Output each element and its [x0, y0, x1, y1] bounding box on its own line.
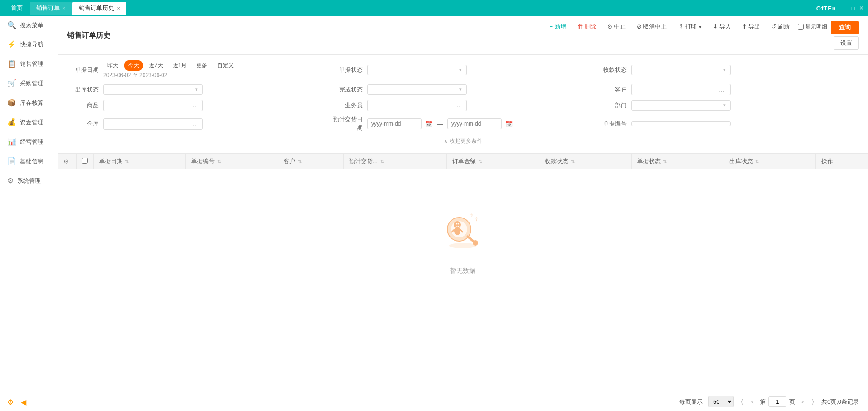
- filter-date-section: 单据日期 昨天 今天 近7天 近1月 更多 自定义 2023-06-02 至 2…: [67, 60, 331, 79]
- sidebar-item-capital-mgmt[interactable]: 💰 资金管理: [0, 112, 58, 132]
- sidebar-item-system-mgmt[interactable]: ⚙ 系统管理: [0, 171, 58, 190]
- settings-button[interactable]: 设置: [834, 36, 859, 50]
- date-pill-yesterday[interactable]: 昨天: [103, 60, 122, 71]
- svg-point-0: [449, 243, 476, 248]
- th-gear[interactable]: ⚙: [58, 154, 76, 169]
- department-select[interactable]: ▾: [631, 100, 731, 111]
- delivery-date-from[interactable]: [367, 118, 422, 129]
- th-bill-status-label: 单据状态: [637, 158, 661, 164]
- th-check[interactable]: [76, 154, 93, 169]
- bill-number-input[interactable]: [631, 121, 731, 126]
- th-payment-status[interactable]: 收款状态 ⇅: [539, 154, 632, 169]
- delivery-status-select[interactable]: ▾: [103, 84, 203, 95]
- table-header-row: ⚙ 单据日期 ⇅ 单据编号 ⇅ 客户 ⇅: [58, 154, 868, 169]
- page-last-btn[interactable]: ⟩: [810, 397, 816, 406]
- date-pill-last1m[interactable]: 近1月: [169, 60, 191, 71]
- display-detail-check[interactable]: 显示明细: [798, 23, 827, 31]
- warehouse-ellipsis[interactable]: ...: [188, 121, 199, 127]
- sidebar-item-quick-nav[interactable]: ⚡ 快捷导航: [0, 34, 58, 54]
- filter-row-4: 仓库 ... 预计交货日期 📅 — 📅: [67, 116, 859, 132]
- th-date[interactable]: 单据日期 ⇅: [93, 154, 186, 169]
- payment-status-select[interactable]: ▾: [631, 65, 731, 75]
- page-first-btn[interactable]: ⟨: [739, 397, 745, 406]
- page-input[interactable]: [768, 396, 786, 407]
- salesperson-input[interactable]: ...: [367, 100, 467, 111]
- page-next-btn[interactable]: ＞: [798, 397, 807, 407]
- per-page-label: 每页显示: [679, 398, 703, 406]
- new-button[interactable]: + 新增: [547, 21, 569, 33]
- filter-customer-section: 客户 ...: [595, 84, 859, 95]
- th-customer-label: 客户: [283, 158, 295, 164]
- sort-delivery-date-icon: ⇅: [380, 159, 384, 164]
- sidebar-item-inventory[interactable]: 📦 库存核算: [0, 93, 58, 112]
- sidebar-search[interactable]: 🔍 搜索菜单: [0, 16, 58, 34]
- sidebar-bottom: ⚙ ◀: [0, 393, 58, 411]
- window-minimize[interactable]: —: [841, 5, 847, 12]
- filter-row-1: 单据日期 昨天 今天 近7天 近1月 更多 自定义 2023-06-02 至 2…: [67, 60, 859, 79]
- sidebar-collapse-icon[interactable]: ◀: [21, 398, 26, 406]
- import-button[interactable]: ⬇ 导入: [710, 21, 734, 33]
- calendar-to-icon[interactable]: 📅: [505, 121, 513, 127]
- sidebar-item-base-info-label: 基础信息: [20, 157, 43, 165]
- window-close[interactable]: ×: [859, 4, 863, 12]
- sidebar-item-sales-mgmt[interactable]: 📋 销售管理: [0, 54, 58, 73]
- date-label: 单据日期: [67, 66, 103, 74]
- complete-status-select[interactable]: ▾: [367, 84, 467, 95]
- payment-status-label: 收款状态: [595, 66, 631, 74]
- tab-sales-order-close[interactable]: ×: [62, 5, 65, 11]
- sidebar-item-purchase-mgmt-label: 采购管理: [20, 79, 43, 87]
- refresh-button[interactable]: ↺ 刷新: [768, 21, 792, 33]
- window-maximize[interactable]: □: [851, 5, 855, 12]
- sidebar-settings-icon[interactable]: ⚙: [7, 398, 14, 406]
- goods-ellipsis[interactable]: ...: [188, 102, 199, 109]
- per-page-select[interactable]: 50 10 20 100: [708, 396, 734, 407]
- delivery-date-to[interactable]: [447, 118, 502, 129]
- delete-button[interactable]: 🗑 删除: [575, 21, 599, 33]
- filter-delivery-date-section: 预计交货日期 📅 — 📅: [331, 116, 595, 132]
- page-label: 第: [760, 398, 766, 406]
- collapse-bar[interactable]: ∧ 收起更多条件: [67, 135, 859, 148]
- salesperson-ellipsis[interactable]: ...: [452, 102, 463, 109]
- brand-label: OfTEn: [816, 5, 836, 12]
- svg-point-6: [456, 223, 457, 225]
- select-all-checkbox[interactable]: [82, 158, 88, 164]
- cancel-stop-button[interactable]: ⊘ 取消中止: [634, 21, 670, 33]
- page-prev-btn[interactable]: ＜: [748, 397, 757, 407]
- export-button[interactable]: ⬆ 导出: [739, 21, 763, 33]
- th-delivery-status[interactable]: 出库状态 ⇅: [724, 154, 816, 169]
- th-operation-label: 操作: [821, 158, 833, 164]
- department-arrow: ▾: [723, 102, 726, 108]
- sidebar-item-base-info[interactable]: 📄 基础信息: [0, 151, 58, 171]
- bill-status-select[interactable]: ▾: [367, 65, 467, 75]
- th-delivery-date[interactable]: 预计交货... ⇅: [344, 154, 447, 169]
- payment-status-arrow: ▾: [723, 67, 726, 73]
- stop-button[interactable]: ⊘ 中止: [604, 21, 628, 33]
- tab-sales-order[interactable]: 销售订单 ×: [30, 2, 72, 15]
- th-number[interactable]: 单据编号 ⇅: [186, 154, 278, 169]
- date-pill-custom[interactable]: 自定义: [213, 60, 238, 71]
- th-amount[interactable]: 订单金额 ⇅: [447, 154, 539, 169]
- tab-bar: 首页 销售订单 × 销售订单历史 ×: [5, 2, 816, 15]
- sidebar-item-inventory-label: 库存核算: [20, 99, 43, 107]
- filter-delivery-status-section: 出库状态 ▾: [67, 84, 331, 95]
- display-detail-checkbox[interactable]: [798, 24, 804, 30]
- goods-input[interactable]: ...: [103, 100, 203, 111]
- tab-home[interactable]: 首页: [5, 2, 29, 15]
- customer-input[interactable]: ...: [631, 84, 731, 95]
- sidebar-item-operation-mgmt[interactable]: 📊 经营管理: [0, 132, 58, 151]
- query-button[interactable]: 查询: [831, 21, 859, 34]
- calendar-from-icon[interactable]: 📅: [425, 121, 432, 127]
- date-pill-today[interactable]: 今天: [124, 60, 143, 71]
- print-button[interactable]: 🖨 打印 ▾: [675, 21, 705, 33]
- tab-sales-order-history-close[interactable]: ×: [117, 5, 120, 11]
- tab-sales-order-history[interactable]: 销售订单历史 ×: [72, 2, 126, 15]
- date-pill-last7[interactable]: 近7天: [145, 60, 167, 71]
- th-customer[interactable]: 客户 ⇅: [278, 154, 343, 169]
- content-area: 销售订单历史 + 新增 🗑 删除 ⊘ 中止 ⊘ 取消中止 🖨 打印 ▾ ⬇ 导入…: [58, 16, 868, 411]
- warehouse-input[interactable]: ...: [103, 118, 203, 130]
- date-pill-more[interactable]: 更多: [192, 60, 211, 71]
- customer-ellipsis[interactable]: ...: [716, 86, 727, 93]
- sidebar-item-purchase-mgmt[interactable]: 🛒 采购管理: [0, 73, 58, 93]
- th-payment-status-label: 收款状态: [545, 158, 568, 164]
- th-bill-status[interactable]: 单据状态 ⇅: [631, 154, 724, 169]
